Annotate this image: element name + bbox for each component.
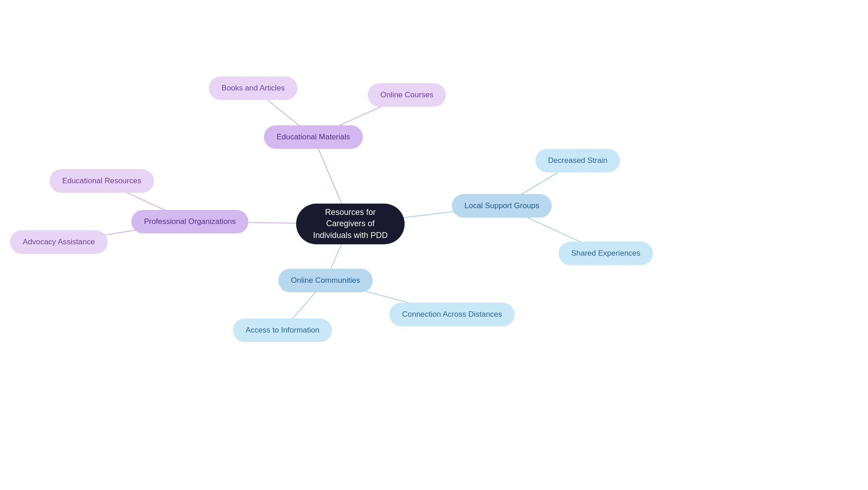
online-communities-node[interactable]: Online Communities <box>278 269 373 292</box>
professional-orgs-node[interactable]: Professional Organizations <box>131 210 248 233</box>
center-node[interactable]: Resources for Caregivers of Individuals … <box>296 204 405 244</box>
books-articles-node[interactable]: Books and Articles <box>209 76 297 100</box>
access-to-information-node[interactable]: Access to Information <box>233 319 332 342</box>
decreased-strain-node[interactable]: Decreased Strain <box>535 149 620 172</box>
local-support-groups-node[interactable]: Local Support Groups <box>452 194 552 218</box>
educational-materials-node[interactable]: Educational Materials <box>264 125 363 149</box>
advocacy-assistance-node[interactable]: Advocacy Assistance <box>10 230 108 254</box>
online-courses-node[interactable]: Online Courses <box>368 83 446 107</box>
connection-across-distances-node[interactable]: Connection Across Distances <box>389 303 514 326</box>
shared-experiences-node[interactable]: Shared Experiences <box>558 242 653 265</box>
connections-svg <box>0 0 868 490</box>
educational-resources-node[interactable]: Educational Resources <box>50 169 154 193</box>
mindmap-container: Resources for Caregivers of Individuals … <box>0 0 868 490</box>
